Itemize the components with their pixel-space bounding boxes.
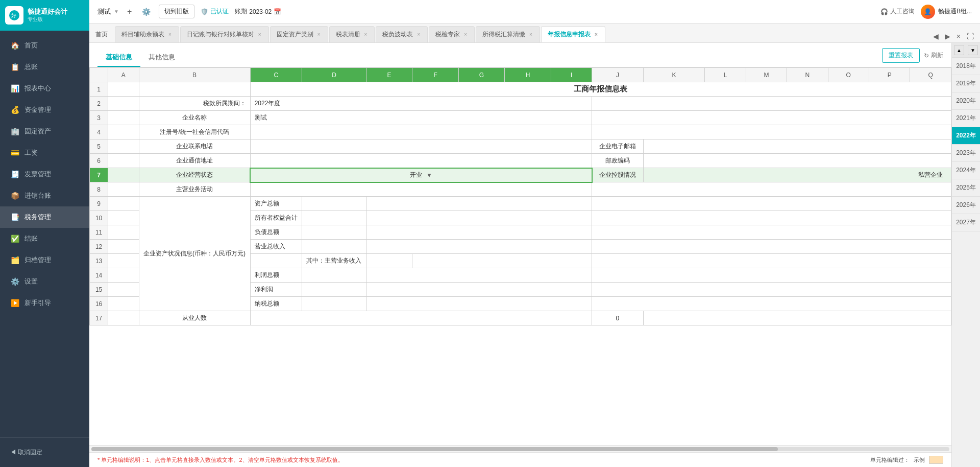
cell-3-C[interactable]: 测试 — [250, 111, 592, 125]
cell-6-J[interactable]: 邮政编码 — [592, 154, 644, 168]
col-header-Q[interactable]: Q — [910, 68, 951, 82]
col-header-B[interactable]: B — [139, 68, 250, 82]
cell-13-rest[interactable] — [412, 254, 592, 268]
cell-16-C[interactable]: 纳税总额 — [250, 297, 302, 311]
cell-4-B[interactable]: 注册号/统一社会信用代码 — [139, 125, 250, 139]
cell-17-right[interactable] — [643, 311, 951, 325]
cancel-fixed-btn[interactable]: ◀ 取消固定 — [0, 443, 89, 462]
tab-prev-button[interactable]: ◀ — [931, 30, 941, 42]
cell-14-right[interactable] — [592, 268, 951, 283]
cell-2-A[interactable] — [108, 97, 139, 111]
cell-7-J[interactable]: 企业控股情况 — [592, 168, 644, 182]
cell-2-C[interactable]: 2022年度 — [250, 97, 592, 111]
col-header-I[interactable]: I — [551, 68, 592, 82]
cell-10-right[interactable] — [592, 211, 951, 225]
cell-10-A[interactable] — [108, 211, 139, 225]
col-header-C[interactable]: C — [250, 68, 302, 82]
cell-1-title[interactable]: 工商年报信息表 — [250, 82, 951, 97]
cell-16-A[interactable] — [108, 297, 139, 311]
cell-3-B[interactable]: 企业名称 — [139, 111, 250, 125]
sidebar-item-ledger[interactable]: 📋 总账 — [0, 56, 89, 78]
cell-10-D[interactable] — [302, 211, 366, 225]
tab-tax-expert[interactable]: 税检专家 × — [429, 26, 475, 42]
tab-aux-balance[interactable]: 科目辅助余额表 × — [115, 26, 179, 42]
cell-13-A[interactable] — [108, 254, 139, 268]
year-item-2027[interactable]: 2027年 — [952, 214, 980, 231]
h-scrollbar-thumb[interactable] — [91, 447, 778, 451]
tab-expand-button[interactable]: ⛶ — [965, 30, 976, 42]
support-button[interactable]: 🎧 人工咨询 — [880, 7, 915, 16]
cell-7-K[interactable]: 私营企业 — [643, 168, 951, 182]
col-header-N[interactable]: N — [787, 68, 828, 82]
col-header-F[interactable]: F — [412, 68, 458, 82]
cell-5-B[interactable]: 企业联系电话 — [139, 139, 250, 154]
cell-12-A[interactable] — [108, 240, 139, 254]
col-header-J[interactable]: J — [592, 68, 644, 82]
cell-9-right[interactable] — [592, 197, 951, 211]
h-scrollbar-track[interactable] — [91, 447, 949, 451]
year-item-2021[interactable]: 2021年 — [952, 110, 980, 127]
cell-17-C[interactable] — [250, 311, 592, 325]
cell-4-C[interactable] — [250, 125, 592, 139]
reset-button[interactable]: 重置报表 — [882, 48, 920, 63]
tab-annual-report-close[interactable]: × — [594, 31, 599, 38]
cell-12-D[interactable] — [302, 240, 366, 254]
calendar-icon[interactable]: 📅 — [274, 8, 281, 15]
sidebar-item-home[interactable]: 🏠 首页 — [0, 35, 89, 56]
cell-12-right[interactable] — [592, 240, 951, 254]
cell-9-C[interactable]: 资产总额 — [250, 197, 302, 211]
col-header-E[interactable]: E — [366, 68, 412, 82]
sidebar-item-funds[interactable]: 💰 资金管理 — [0, 99, 89, 121]
col-header-D[interactable]: D — [302, 68, 366, 82]
cell-16-D[interactable] — [302, 297, 366, 311]
tab-bank-rec[interactable]: 日记账与银行对账单核对 × — [180, 26, 269, 42]
cell-9-D[interactable] — [302, 197, 366, 211]
cell-13-D[interactable]: 其中：主营业务收入 — [302, 254, 366, 268]
subtab-other[interactable]: 其他信息 — [140, 49, 183, 67]
sidebar-item-closing[interactable]: ✅ 结账 — [0, 228, 89, 249]
cell-14-A[interactable] — [108, 268, 139, 283]
cell-11-D[interactable] — [302, 225, 366, 240]
cell-2-rest[interactable] — [592, 97, 951, 111]
tab-close-all-button[interactable]: × — [954, 30, 963, 42]
cell-4-A[interactable] — [108, 125, 139, 139]
cell-15-right[interactable] — [592, 283, 951, 297]
cell-12-rest[interactable] — [366, 240, 592, 254]
cell-8-B[interactable]: 主营业务活动 — [139, 182, 250, 197]
cell-15-A[interactable] — [108, 283, 139, 297]
add-tab-button[interactable]: + — [125, 5, 134, 18]
subtab-basic[interactable]: 基础信息 — [97, 49, 140, 67]
cell-1-A[interactable] — [108, 82, 139, 97]
settings-topbar-button[interactable]: ⚙️ — [140, 6, 153, 18]
tab-tax-wave[interactable]: 税负波动表 × — [376, 26, 428, 42]
sidebar-item-invoice[interactable]: 🧾 发票管理 — [0, 164, 89, 185]
cell-14-rest[interactable] — [366, 268, 592, 283]
cell-13-E[interactable] — [366, 254, 412, 268]
cell-15-C[interactable]: 净利润 — [250, 283, 302, 297]
sidebar-item-reports[interactable]: 📊 报表中心 — [0, 78, 89, 99]
col-header-O[interactable]: O — [828, 68, 869, 82]
cell-3-rest[interactable] — [592, 111, 951, 125]
cell-9-A[interactable] — [108, 197, 139, 211]
cell-5-J[interactable]: 企业电子邮箱 — [592, 139, 644, 154]
tab-tax-wave-close[interactable]: × — [416, 31, 421, 38]
sidebar-item-archive[interactable]: 🗂️ 归档管理 — [0, 249, 89, 271]
cell-12-C[interactable]: 营业总收入 — [250, 240, 302, 254]
year-item-2024[interactable]: 2024年 — [952, 162, 980, 179]
cell-11-rest[interactable] — [366, 225, 592, 240]
col-header-M[interactable]: M — [746, 68, 787, 82]
tab-tax-clear-close[interactable]: × — [363, 31, 369, 38]
tab-home[interactable]: 首页 — [89, 26, 114, 42]
cell-5-K[interactable] — [643, 139, 951, 154]
cell-9-rest[interactable] — [366, 197, 592, 211]
cell-5-C[interactable] — [250, 139, 592, 154]
user-info[interactable]: 👤 畅捷通B组... — [921, 5, 972, 19]
tab-income-tax-close[interactable]: × — [528, 31, 533, 38]
spreadsheet-container[interactable]: A B C D E F G H I J K L M — [89, 67, 951, 445]
workspace-dropdown-icon[interactable]: ▼ — [114, 9, 119, 14]
col-header-H[interactable]: H — [505, 68, 551, 82]
year-item-2019[interactable]: 2019年 — [952, 75, 980, 92]
refresh-button[interactable]: ↻ 刷新 — [924, 48, 943, 63]
cell-17-B[interactable]: 从业人数 — [139, 311, 250, 325]
workspace-selector[interactable]: 测试 ▼ — [97, 7, 119, 16]
